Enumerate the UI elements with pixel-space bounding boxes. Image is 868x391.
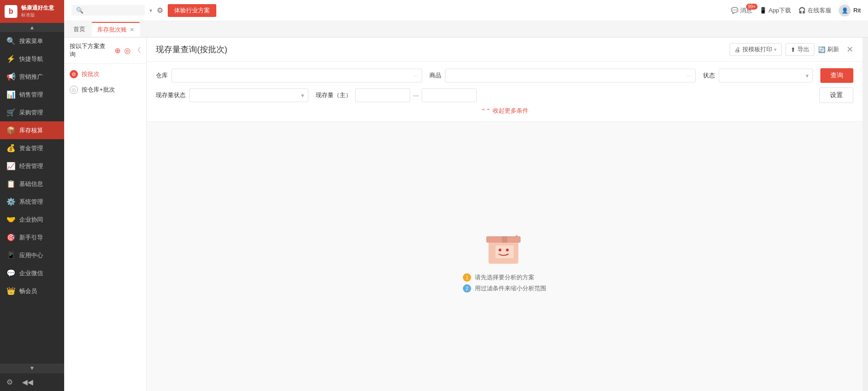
marketing-icon: 📢 — [6, 72, 15, 81]
sidebar: b 畅康通好生意 标准版 ▲ 🔍 搜索菜单 ⚡ 快捷导航 📢 营销推广 📊 销售… — [0, 0, 64, 391]
enterprise-collab-icon: 🤝 — [6, 215, 15, 224]
sidebar-item-finance-label: 资金管理 — [19, 144, 43, 152]
app-download-icon: 📱 — [759, 7, 767, 14]
sidebar-item-basic-label: 基础信息 — [19, 180, 43, 188]
print-button[interactable]: 🖨 按模板打印 ▾ — [730, 43, 782, 56]
refresh-button[interactable]: 🔄 刷新 — [818, 45, 839, 54]
sidebar-item-app-center[interactable]: 📱 应用中心 — [0, 246, 64, 264]
settings-button[interactable]: 设置 — [819, 87, 853, 103]
trial-button[interactable]: 体验行业方案 — [168, 4, 216, 17]
sidebar-item-finance[interactable]: 💰 资金管理 — [0, 139, 64, 157]
collapse-panel-icon[interactable]: 《 — [134, 46, 141, 54]
goods-dots[interactable]: ··· — [687, 72, 692, 79]
print-chevron-icon[interactable]: ▾ — [774, 47, 777, 53]
sidebar-item-enterprise-collab-label: 企业协同 — [19, 216, 43, 224]
purchase-icon: 🛒 — [6, 108, 15, 117]
sidebar-item-operations[interactable]: 📈 经营管理 — [0, 157, 64, 175]
topbar-user[interactable]: 👤 Rit — [839, 5, 861, 16]
basic-icon: 📋 — [6, 179, 15, 188]
service-icon: 🎧 — [798, 7, 806, 14]
empty-state: ✦ ✦ 1 请先选择要分析的方案 2 用过滤条件来缩小分析范围 — [147, 122, 863, 391]
inventory-status-group: 现存量状态 ▾ — [156, 88, 308, 102]
svg-point-5 — [506, 249, 509, 251]
settings-footer-icon[interactable]: ⚙ — [6, 378, 13, 386]
sidebar-item-sales[interactable]: 📊 销售管理 — [0, 86, 64, 103]
sidebar-header: b 畅康通好生意 标准版 — [0, 0, 64, 23]
sidebar-item-quick-nav[interactable]: ⚡ 快捷导航 — [0, 50, 64, 68]
topbar-search-input[interactable] — [86, 7, 123, 14]
settings-btn-wrap: 设置 — [819, 87, 853, 103]
company-name: 畅康通好生意 — [21, 5, 54, 12]
add-plan-icon[interactable]: ⊕ — [115, 46, 121, 55]
sidebar-item-marketing-label: 营销推广 — [19, 73, 43, 81]
sidebar-scroll-up[interactable]: ▲ — [0, 23, 64, 32]
sidebar-item-search[interactable]: 🔍 搜索菜单 — [0, 32, 64, 50]
svg-text:✦: ✦ — [490, 235, 493, 239]
sidebar-item-purchase[interactable]: 🛒 采购管理 — [0, 103, 64, 121]
topbar-msg[interactable]: 💬 消息 99+ — [731, 6, 752, 15]
tab-home[interactable]: 首页 — [68, 22, 91, 36]
inventory-status-chevron-icon: ▾ — [301, 92, 304, 99]
topbar-search-box[interactable]: 🔍 — [71, 5, 145, 16]
sidebar-item-enterprise-wechat-label: 企业微信 — [19, 269, 43, 277]
qty-min-input[interactable] — [355, 88, 410, 102]
inventory-status-select[interactable]: ▾ — [189, 88, 308, 102]
status-input[interactable]: ▾ — [719, 69, 813, 82]
app-center-icon: 📱 — [6, 251, 15, 260]
sidebar-item-enterprise-collab[interactable]: 🤝 企业协同 — [0, 211, 64, 228]
service-label: 在线客服 — [808, 6, 831, 15]
app-logo: b — [5, 5, 17, 18]
warehouse-input[interactable]: ··· — [171, 69, 422, 82]
user-avatar: 👤 — [839, 5, 851, 16]
refresh-icon: 🔄 — [818, 46, 825, 53]
export-label: 导出 — [797, 45, 809, 54]
tab-batch-account[interactable]: 库存批次账 ✕ — [92, 22, 140, 37]
sidebar-item-system[interactable]: ⚙️ 系统管理 — [0, 193, 64, 211]
sidebar-item-basic[interactable]: 📋 基础信息 — [0, 175, 64, 193]
goods-field: 商品 ··· — [429, 69, 696, 82]
vip-icon: 👑 — [6, 287, 15, 295]
sidebar-item-new-guide-label: 新手引导 — [19, 234, 43, 242]
export-button[interactable]: ⬆ 导出 — [786, 43, 814, 56]
inventory-status-label: 现存量状态 — [156, 91, 186, 99]
tip-1-text: 请先选择要分析的方案 — [475, 273, 534, 282]
inventory-qty-group: 现存量（主） — — [316, 88, 477, 102]
plan-item-batch[interactable]: ⚙ 按批次 — [64, 66, 146, 82]
sidebar-scroll-down[interactable]: ▼ — [0, 364, 64, 373]
topbar-app-download[interactable]: 📱 App下载 — [759, 6, 791, 15]
empty-svg: ✦ ✦ — [482, 220, 527, 266]
status-field: 状态 ▾ — [703, 69, 813, 82]
plan-warehouse-batch-icon: ◎ — [70, 86, 78, 94]
collapse-filter-button[interactable]: ⌃⌃ 收起更多条件 — [156, 107, 853, 115]
warehouse-dots[interactable]: ··· — [413, 72, 418, 79]
topbar-service[interactable]: 🎧 在线客服 — [798, 6, 831, 15]
app-version: 标准版 — [21, 12, 54, 18]
plan-item-warehouse-batch[interactable]: ◎ 按仓库+批次 — [64, 82, 146, 98]
sidebar-item-vip[interactable]: 👑 畅会员 — [0, 282, 64, 300]
svg-text:✦: ✦ — [515, 234, 518, 239]
qty-max-input[interactable] — [422, 88, 477, 102]
plan-settings-icon[interactable]: ◎ — [124, 46, 131, 55]
right-scrollbar[interactable] — [863, 38, 868, 391]
refresh-label: 刷新 — [827, 45, 839, 54]
page-close-icon[interactable]: ✕ — [846, 44, 853, 54]
sidebar-item-marketing[interactable]: 📢 营销推广 — [0, 68, 64, 86]
sidebar-item-inventory[interactable]: 📦 库存核算 — [0, 121, 64, 139]
tab-home-label: 首页 — [73, 25, 85, 33]
goods-label: 商品 — [429, 71, 441, 80]
svg-rect-3 — [495, 245, 514, 258]
query-button[interactable]: 查询 — [820, 68, 853, 83]
sidebar-item-enterprise-wechat[interactable]: 💬 企业微信 — [0, 264, 64, 282]
sidebar-item-new-guide[interactable]: 🎯 新手引导 — [0, 228, 64, 246]
user-name: Rit — [853, 7, 861, 14]
search-nav-icon: 🔍 — [6, 37, 15, 45]
topbar-chevron-icon[interactable]: ▾ — [149, 7, 152, 14]
tab-close-icon[interactable]: ✕ — [130, 27, 134, 33]
warehouse-label: 仓库 — [156, 71, 168, 80]
collapse-sidebar-icon[interactable]: ◀◀ — [22, 378, 33, 386]
topbar-gear-icon[interactable]: ⚙ — [157, 6, 163, 15]
svg-rect-2 — [502, 236, 507, 243]
goods-input[interactable]: ··· — [445, 69, 696, 82]
sidebar-item-operations-label: 经营管理 — [19, 162, 43, 170]
quick-nav-icon: ⚡ — [6, 54, 15, 63]
